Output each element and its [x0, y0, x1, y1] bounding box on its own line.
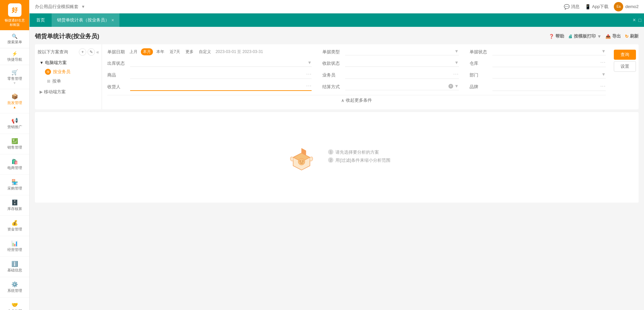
- doc-type-input-field[interactable]: [345, 49, 453, 54]
- scheme-sub-item-order[interactable]: ⊞ 按单: [43, 76, 99, 86]
- scheme-items-list: 按 按业务员 ⊞ 按单: [38, 67, 99, 86]
- warehouse-more-icon[interactable]: ···: [600, 59, 606, 65]
- tab-close-icon[interactable]: ×: [111, 17, 114, 23]
- retail-expand: ▼: [13, 81, 16, 85]
- settlement-input[interactable]: × ▼: [345, 84, 459, 90]
- receipt-status-input-field[interactable]: [345, 60, 453, 65]
- out-status-input-field[interactable]: [130, 60, 306, 65]
- date-last-month[interactable]: 上月: [127, 48, 140, 55]
- tab-home[interactable]: 首页: [30, 17, 52, 23]
- window-max-icon[interactable]: □: [639, 17, 641, 23]
- main-area: 办公用品行业模拟账套 ▼ 💬 消息 📱 App下载 Ea demo2 首页: [30, 0, 644, 310]
- sidebar-search[interactable]: 🔍 搜索菜单: [0, 30, 29, 48]
- tab-active[interactable]: 销货单统计表（按业务员） ×: [52, 13, 119, 27]
- sidebar-item-marketing[interactable]: 📢 营销推广: [0, 113, 29, 134]
- date-7days[interactable]: 近7天: [168, 48, 182, 55]
- collapse-sidebar-btn[interactable]: «: [96, 49, 99, 55]
- basic-label: 基础信息: [7, 268, 22, 273]
- tip-num-1: 1: [328, 149, 333, 155]
- date-this-month[interactable]: 本月: [141, 48, 153, 55]
- out-status-input[interactable]: ▼: [130, 60, 312, 67]
- brand-input-field[interactable]: [492, 84, 599, 89]
- goods-input[interactable]: ···: [130, 71, 312, 79]
- svg-point-3: [298, 158, 305, 165]
- settlement-dropdown-icon[interactable]: ▼: [454, 84, 459, 89]
- collapse-more-btn[interactable]: ∧ 收起更多条件: [107, 95, 606, 105]
- sidebar-item-purchase[interactable]: 🏪 采购管理: [0, 175, 29, 195]
- dept-dropdown-icon[interactable]: ▼: [601, 72, 606, 77]
- sidebar-item-finance[interactable]: 💰 资金管理: [0, 216, 29, 236]
- filter-row-1: 单据日期 上月 本月 本年 近7天 更多 自定义: [107, 48, 606, 55]
- date-custom[interactable]: 自定义: [197, 48, 213, 55]
- empty-tip-2: 2 用[过滤]条件来缩小分析范围: [328, 157, 390, 163]
- add-scheme-btn[interactable]: +: [79, 48, 86, 56]
- desktop-scheme-header[interactable]: ▼ 电脑端方案: [38, 58, 99, 67]
- sidebar-item-retail[interactable]: 🛒 零售管理 ▼: [0, 65, 29, 89]
- print-btn[interactable]: 🖨 按模板打印 ▼: [568, 33, 601, 39]
- sidebar-quicknav[interactable]: ⚡ 快捷导航: [0, 48, 29, 65]
- salesman-label: 业务员: [322, 72, 342, 78]
- out-status-dropdown-icon[interactable]: ▼: [308, 60, 312, 65]
- receiver-input-field[interactable]: [130, 84, 305, 89]
- date-range-text: 2023-03-01 至 2023-03-31: [216, 49, 263, 55]
- sidebar-item-sales[interactable]: 💹 销售管理: [0, 134, 29, 154]
- query-sidebar-title: 按以下方案查询: [38, 49, 68, 55]
- receiver-input[interactable]: ···: [130, 83, 312, 91]
- mobile-scheme-group[interactable]: ▶ 移动端方案: [38, 87, 99, 97]
- receipt-status-input[interactable]: ▼: [345, 60, 459, 67]
- app-download-action[interactable]: 📱 App下载: [585, 4, 608, 10]
- settlement-input-field[interactable]: [345, 84, 447, 89]
- date-field: 单据日期 上月 本月 本年 近7天 更多 自定义: [107, 48, 312, 55]
- dept-input-field[interactable]: [492, 72, 600, 77]
- wholesale-icon: 📦: [11, 93, 18, 100]
- warehouse-input-field[interactable]: [492, 60, 599, 65]
- settlement-clear-icon[interactable]: ×: [448, 84, 453, 89]
- window-close-icon[interactable]: ×: [633, 17, 636, 23]
- doc-status-label: 单据状态: [470, 49, 490, 55]
- doc-status-input[interactable]: ▼: [492, 49, 606, 55]
- goods-more-icon[interactable]: ···: [306, 71, 312, 77]
- warehouse-input[interactable]: ···: [492, 59, 606, 67]
- sidebar-item-operations[interactable]: 📊 经营管理: [0, 236, 29, 257]
- export-btn[interactable]: 📤 导出: [605, 33, 621, 39]
- salesman-input-field[interactable]: [345, 72, 452, 77]
- sidebar-item-wholesale[interactable]: 📦 批发管理 ▲: [0, 89, 29, 113]
- doc-type-label: 单据类型: [322, 49, 342, 55]
- user-action[interactable]: Ea demo2: [614, 2, 639, 11]
- mobile-scheme-label: 移动端方案: [44, 89, 66, 95]
- search-label: 搜索菜单: [2, 40, 28, 45]
- brand-more-icon[interactable]: ···: [600, 83, 606, 89]
- date-more[interactable]: 更多: [183, 48, 196, 55]
- doc-type-dropdown-icon[interactable]: ▼: [454, 49, 459, 54]
- doc-status-input-field[interactable]: [492, 49, 600, 54]
- doc-type-input[interactable]: ▼: [345, 49, 459, 55]
- out-status-label: 出库状态: [107, 60, 127, 66]
- sidebar-item-basic[interactable]: ℹ️ 基础信息: [0, 257, 29, 277]
- svg-point-5: [303, 161, 304, 162]
- collapse-label: 收起更多条件: [346, 97, 372, 103]
- mobile-scheme-expand: ▶: [40, 90, 43, 94]
- help-btn[interactable]: ❓ 帮助: [549, 33, 564, 39]
- query-button[interactable]: 查询: [614, 50, 636, 60]
- empty-tip-1: 1 请先选择要分析的方案: [328, 149, 390, 155]
- sidebar-item-collab[interactable]: 🤝 企业协同: [0, 298, 29, 310]
- breadcrumb-dropdown-icon[interactable]: ▼: [81, 4, 85, 9]
- goods-input-field[interactable]: [130, 72, 305, 77]
- brand-input[interactable]: ···: [492, 83, 606, 91]
- edit-scheme-btn[interactable]: ✎: [88, 48, 95, 56]
- sidebar-item-inventory[interactable]: 🗄️ 库存核算: [0, 195, 29, 216]
- receipt-status-dropdown-icon[interactable]: ▼: [454, 60, 459, 65]
- settings-button[interactable]: 设置: [614, 61, 636, 72]
- receiver-more-icon[interactable]: ···: [306, 83, 312, 89]
- retail-icon: 🛒: [11, 69, 18, 75]
- sidebar-item-ecommerce[interactable]: 🛍️ 电商管理: [0, 154, 29, 175]
- scheme-item-salesman[interactable]: 按 按业务员: [43, 67, 99, 76]
- dept-input[interactable]: ▼: [492, 72, 606, 79]
- date-this-year[interactable]: 本年: [154, 48, 166, 55]
- sidebar-item-system[interactable]: ⚙️ 系统管理: [0, 277, 29, 298]
- salesman-input[interactable]: ···: [345, 71, 459, 79]
- refresh-btn[interactable]: ↻ 刷新: [625, 33, 639, 39]
- message-action[interactable]: 💬 消息: [564, 4, 580, 10]
- salesman-more-icon[interactable]: ···: [453, 71, 459, 77]
- doc-status-dropdown-icon[interactable]: ▼: [601, 49, 606, 54]
